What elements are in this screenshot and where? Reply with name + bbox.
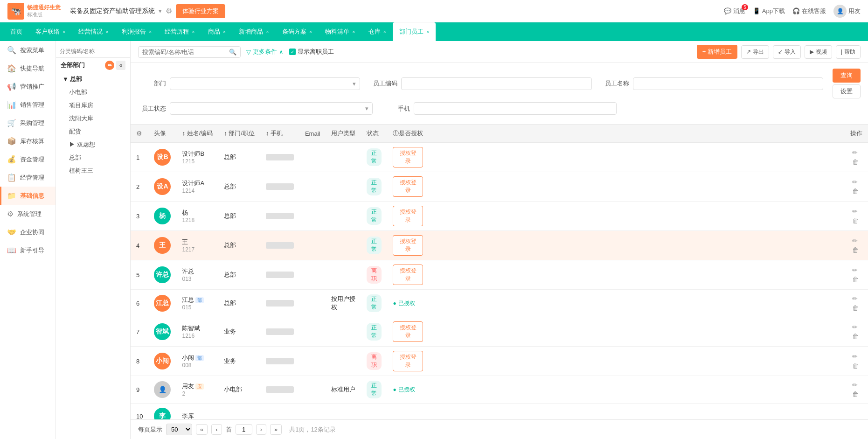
nav-tab-条码方案[interactable]: 条码方案× (276, 22, 319, 41)
nav-tab-物料清单[interactable]: 物料清单× (319, 22, 361, 41)
edit-btn[interactable]: ✏ (850, 352, 860, 361)
tab-close-icon[interactable]: × (352, 29, 355, 35)
sidebar-item-销售管理[interactable]: 📊销售管理 (0, 96, 56, 114)
sidebar-item-采购管理[interactable]: 🛒采购管理 (0, 114, 56, 132)
edit-btn[interactable]: ✏ (850, 322, 860, 332)
sidebar-item-资金管理[interactable]: 💰资金管理 (0, 150, 56, 168)
nav-tab-新增商品[interactable]: 新增商品× (232, 22, 275, 41)
nav-tab-利润报告[interactable]: 利润报告× (115, 22, 158, 41)
dept-item-双虑想[interactable]: ▶ 双虑想 (56, 138, 130, 151)
dept-item-总部[interactable]: 总部 (56, 151, 130, 164)
row-auth[interactable]: 授权登录 (387, 202, 429, 231)
delete-btn[interactable]: 🗑 (850, 332, 861, 341)
col-phone[interactable]: ↕ 手机 (260, 125, 299, 143)
auth-login-btn[interactable]: 授权登录 (393, 235, 423, 256)
dept-item-植树王三[interactable]: 植树王三 (56, 164, 130, 177)
row-auth[interactable]: 已授权 (387, 376, 429, 404)
sidebar-item-营销推广[interactable]: 📢营销推广 (0, 77, 56, 96)
delete-btn[interactable]: 🗑 (850, 245, 861, 255)
delete-btn[interactable]: 🗑 (850, 390, 861, 399)
tab-close-icon[interactable]: × (149, 29, 152, 35)
online-service[interactable]: 🎧 在线客服 (792, 7, 826, 15)
more-conditions-btn[interactable]: ▽ 更多条件 ∧ (246, 48, 284, 56)
dept-search-input[interactable] (60, 48, 130, 55)
user-area[interactable]: 👤 用友 (833, 5, 861, 18)
edit-btn[interactable]: ✏ (850, 294, 860, 303)
tab-close-icon[interactable]: × (309, 29, 312, 35)
dept-item-项目库房[interactable]: 项目库房 (56, 99, 130, 112)
auth-login-btn[interactable]: 授权登录 (393, 265, 423, 285)
nav-tab-经营历程[interactable]: 经营历程× (158, 22, 201, 41)
last-page-btn[interactable]: » (270, 424, 282, 435)
dept-item-沈阳大库[interactable]: 沈阳大库 (56, 112, 130, 125)
edit-btn[interactable]: ✏ (850, 207, 860, 216)
emp-code-input[interactable] (401, 77, 591, 90)
row-auth[interactable]: 授权登录 (387, 172, 429, 202)
dept-item-小电部[interactable]: 小电部 (56, 86, 130, 99)
delete-btn[interactable]: 🗑 (850, 187, 861, 196)
edit-btn[interactable]: ✏ (850, 265, 860, 275)
export-button[interactable]: ↗ 导出 (741, 45, 769, 59)
nav-tab-首页[interactable]: 首页 (4, 22, 29, 41)
app-download[interactable]: 📱 App下载 (753, 7, 785, 15)
row-auth[interactable]: 授权登录 (387, 260, 429, 290)
sidebar-item-系统管理[interactable]: ⚙系统管理 (0, 205, 56, 223)
dept-item-总部[interactable]: ▼ 总部 (56, 73, 130, 86)
settings-icon[interactable]: ⚙ (166, 7, 172, 15)
auth-login-btn[interactable]: 授权登录 (393, 206, 423, 226)
auth-login-btn[interactable]: 授权登录 (393, 176, 423, 197)
edit-btn[interactable]: ✏ (850, 236, 860, 245)
page-size-select[interactable]: 50 100 200 (166, 424, 192, 435)
dept-select[interactable]: ▾ (170, 77, 360, 90)
tab-close-icon[interactable]: × (223, 29, 226, 35)
tab-close-icon[interactable]: × (426, 29, 429, 35)
sidebar-item-企业协同[interactable]: 🤝企业协同 (0, 223, 56, 241)
sidebar-item-快捷导航[interactable]: 🏠快捷导航 (0, 59, 56, 77)
nav-tab-客户联络[interactable]: 客户联络× (29, 22, 72, 41)
emp-name-input[interactable] (633, 77, 823, 90)
tab-close-icon[interactable]: × (383, 29, 386, 35)
row-auth[interactable]: 授权登录 (387, 231, 429, 260)
search-filter-input[interactable] (142, 49, 226, 56)
dept-item-配货[interactable]: 配货 (56, 125, 130, 138)
set-button[interactable]: 设置 (833, 84, 861, 98)
next-page-btn[interactable]: › (256, 424, 266, 435)
edit-btn[interactable]: ✏ (850, 148, 860, 157)
trial-button[interactable]: 体验行业方案 (176, 4, 225, 18)
page-number-input[interactable] (236, 424, 252, 435)
edit-btn[interactable]: ✏ (850, 380, 860, 390)
row-auth[interactable]: 授权登录 (387, 347, 429, 376)
add-employee-button[interactable]: + 新增员工 (697, 45, 737, 59)
col-settings[interactable]: ⚙ (131, 125, 148, 143)
delete-btn[interactable]: 🗑 (850, 275, 861, 284)
phone-input[interactable] (414, 102, 617, 115)
col-name-code[interactable]: ↕ 姓名/编码 (176, 125, 218, 143)
tab-close-icon[interactable]: × (192, 29, 194, 35)
nav-tab-部门员工[interactable]: 部门员工× (393, 22, 436, 41)
dropdown-icon[interactable]: ▾ (159, 7, 162, 14)
sidebar-item-经营管理[interactable]: 📋经营管理 (0, 168, 56, 187)
import-button[interactable]: ↙ 导入 (773, 45, 801, 59)
delete-btn[interactable]: 🗑 (850, 157, 861, 167)
tab-close-icon[interactable]: × (266, 29, 269, 35)
sidebar-item-新手引导[interactable]: 📖新手引导 (0, 241, 56, 259)
prev-page-btn[interactable]: ‹ (211, 424, 222, 435)
edit-btn[interactable]: ✏ (850, 177, 860, 187)
nav-tab-仓库[interactable]: 仓库× (362, 22, 393, 41)
show-resigned-checkbox[interactable]: ✓ 显示离职员工 (289, 48, 334, 56)
help-button[interactable]: | 帮助 (836, 45, 861, 59)
nav-tab-经营情况[interactable]: 经营情况× (72, 22, 115, 41)
first-page-btn[interactable]: « (196, 424, 208, 435)
row-auth[interactable]: 授权登录 (387, 317, 429, 347)
row-auth[interactable]: 已授权 (387, 290, 429, 317)
tab-close-icon[interactable]: × (62, 29, 65, 35)
query-button[interactable]: 查询 (833, 69, 861, 83)
tab-close-icon[interactable]: × (105, 29, 108, 35)
dept-edit-icon[interactable]: ✏ (105, 61, 114, 70)
sidebar-item-库存核算[interactable]: 📦库存核算 (0, 132, 56, 150)
auth-login-btn[interactable]: 授权登录 (393, 147, 423, 167)
emp-status-select[interactable]: ▾ (170, 102, 373, 115)
auth-login-btn[interactable]: 授权登录 (393, 351, 423, 371)
dept-collapse-icon[interactable]: « (116, 61, 125, 70)
view-button[interactable]: ▶ 视频 (805, 45, 832, 59)
